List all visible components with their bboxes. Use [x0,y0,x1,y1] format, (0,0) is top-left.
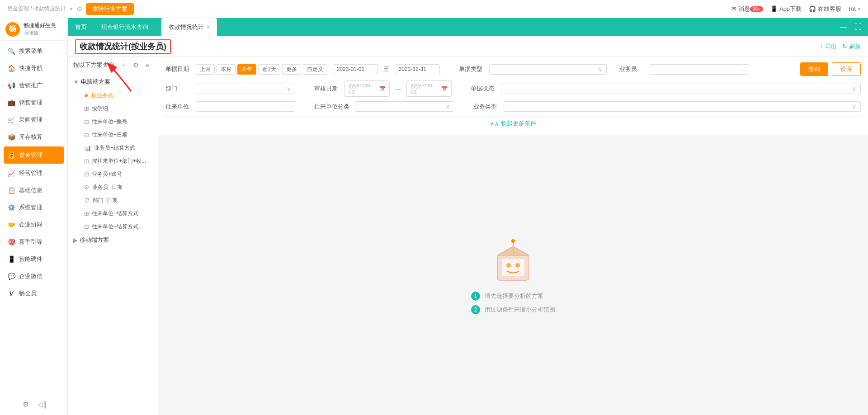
date-from-input[interactable] [333,64,378,74]
sidebar-label-guide: 新手引导 [19,238,42,246]
date-btn-this-year[interactable]: 本年 [237,64,256,75]
scheme-dept-date-icon: ⏱ [84,197,90,204]
sidebar-item-inventory[interactable]: 📦 库存核算 [0,128,67,146]
audit-date-separator: — [395,85,401,92]
wechat-icon: 💬 [7,272,15,280]
enterprise-icon: 🤝 [7,221,15,229]
tab-bar: 首页 现金银行流水查询 × 收款情况统计 × — ⛶ [68,18,868,36]
export-button[interactable]: ↑ 导出 [821,42,837,51]
export-label: 导出 [825,42,837,51]
voucher-type-select[interactable]: ∨ [489,64,607,75]
sidebar-label-wechat: 企业微信 [19,272,42,280]
svg-point-7 [511,239,515,243]
online-service-group[interactable]: 🎧 在线客服 [809,5,841,13]
tab-home[interactable]: 首页 [68,18,94,36]
scheme-detail[interactable]: ⊞ 按明细 [71,102,158,115]
sidebar-item-operations[interactable]: 📈 经营管理 [0,165,67,182]
scheme-sales-settle[interactable]: 📊 业务员+结算方式 [71,141,158,155]
partner-select[interactable]: ··· [196,101,295,112]
sidebar-item-wechat[interactable]: 💬 企业微信 [0,268,67,285]
tab-bank-close[interactable]: × [151,24,154,30]
sidebar-nav: 🔍 搜索菜单 🏠 快捷导航 📢 营销推广 💼 销售管理 🛒 采购管理 📦 [0,41,67,393]
scheme-sales-date[interactable]: ⚙ 业务员+日期 [71,181,158,194]
sidebar-item-sales[interactable]: 💼 销售管理 [0,94,67,111]
sidebar-item-guide[interactable]: 🎯 新手引导 [0,233,67,250]
scheme-sales-date-icon: ⚙ [84,184,90,191]
scheme-partner-settle2[interactable]: ⊡ 往来单位+结算方式 [71,220,158,233]
settings-icon[interactable]: ⚙ [76,5,82,13]
messages-group[interactable]: ✉ 消息 99+ [731,5,763,13]
left-panel-body: ▼ 电脑端方案 ● 按业务员 ⊞ 按明细 [68,73,158,415]
salesperson-more-btn[interactable]: ··· [740,66,745,73]
query-button[interactable]: 查询 [800,62,828,76]
tab-minimize-btn[interactable]: — [837,21,850,33]
tab-receipt[interactable]: 收款情况统计 × [161,18,217,36]
sidebar-item-enterprise[interactable]: 🤝 企业协同 [0,216,67,233]
tab-bank-label: 现金银行流水查询 [101,23,148,31]
dept-label: 部门 [165,85,190,93]
date-to-input[interactable] [395,64,440,74]
salesperson-select[interactable]: ··· [650,64,749,75]
scheme-dept-date[interactable]: ⏱ 部门+日期 [71,194,158,207]
date-btn-more[interactable]: 更多 [282,64,301,75]
date-btn-this-month[interactable]: 本月 [217,64,236,75]
dept-arrow: ∨ [287,85,291,92]
add-scheme-button[interactable]: ＋ [119,60,129,70]
scheme-settings-button[interactable]: ⚙ [131,60,141,70]
sidebar-item-marketing[interactable]: 📢 营销推广 [0,77,67,94]
audit-date-to-input[interactable]: yyyy-mm-dd 📅 [406,80,452,97]
scheme-salesperson[interactable]: ● 按业务员 [71,89,158,102]
scheme-partner-account[interactable]: ⊡ 往来单位+账号 [71,115,158,128]
trial-button[interactable]: 体验行业方案 [86,3,134,15]
sidebar-settings-btn[interactable]: ⚙ [19,397,33,411]
sidebar-item-search[interactable]: 🔍 搜索菜单 [0,42,67,60]
tab-receipt-close[interactable]: × [207,24,210,30]
sidebar-collapse-btn[interactable]: ◁∥ [35,397,49,411]
collapse-filter-button[interactable]: ∧∧ 收起更多条件 [165,116,861,130]
sidebar-label-system: 系统管理 [19,203,42,212]
date-btn-custom[interactable]: 自定义 [303,64,327,75]
desktop-schemes-header[interactable]: ▼ 电脑端方案 [68,75,158,89]
collapse-panel-button[interactable]: « [142,60,152,70]
setting-button[interactable]: 设置 [832,62,861,76]
dept-select[interactable]: ∨ [196,84,295,94]
user-name-group[interactable]: Rit ▾ [849,5,861,12]
scheme-partner-dept-collect[interactable]: ⊡ 按往来单位+部门+收... [71,155,158,168]
partner-category-select[interactable]: ∨ [355,101,454,112]
mobile-schemes-header[interactable]: ▶ 移动端方案 [68,233,158,247]
partner-more-btn[interactable]: ··· [286,103,291,110]
app-download-group[interactable]: 📱 App下载 [770,5,802,13]
audit-date-to-placeholder: yyyy-mm-dd [410,82,438,95]
tab-bank[interactable]: 现金银行流水查询 × [94,18,161,36]
dropdown-icon[interactable]: ▾ [70,5,73,12]
sidebar-label-marketing: 营销推广 [19,81,42,90]
audit-date-from-input[interactable]: yyyy-mm-dd 📅 [344,80,390,97]
biz-type-select[interactable]: ∨ [504,101,861,112]
step-1-text: 请先选择要分析的方案 [485,292,543,300]
sidebar-item-system[interactable]: ⚙️ 系统管理 [0,199,67,216]
sidebar-item-member[interactable]: V 畅会员 [0,285,67,302]
filter-area: 单据日期 上月 本月 本年 近7天 更多 自定义 至 单据类型 [158,57,868,136]
sidebar-item-purchase[interactable]: 🛒 采购管理 [0,111,67,128]
tab-maximize-btn[interactable]: ⛶ [852,21,864,33]
top-bar: 资金管理 / 收款情况统计 ▾ ⚙ 体验行业方案 ✉ 消息 99+ 📱 App下… [0,0,868,18]
date-btn-7days[interactable]: 近7天 [258,64,280,75]
scheme-partner-settle1[interactable]: ⊞ 往来单位+结算方式 [71,207,158,220]
refresh-button[interactable]: ↻ 刷新 [842,42,861,51]
logo-name: 畅捷通好生意 [24,22,56,29]
audit-calendar-to-icon[interactable]: 📅 [441,86,448,92]
date-btn-last-month[interactable]: 上月 [196,64,215,75]
audit-calendar-from-icon[interactable]: 📅 [379,86,386,92]
online-service-label: 在线客服 [818,5,841,13]
scheme-sales-account[interactable]: ⊡ 业务员+账号 [71,168,158,181]
right-panel: 单据日期 上月 本月 本年 近7天 更多 自定义 至 单据类型 [158,57,868,415]
sidebar-item-hardware[interactable]: 📱 智能硬件 [0,250,67,268]
svg-point-4 [506,263,511,268]
scheme-partner-date[interactable]: ⊡ 往来单位+日期 [71,128,158,141]
sidebar-item-nav[interactable]: 🏠 快捷导航 [0,60,67,77]
scheme-sales-date-label: 业务员+日期 [92,184,123,191]
sidebar-item-basic[interactable]: 📋 基础信息 [0,182,67,199]
scheme-sales-settle-icon: 📊 [84,145,91,151]
voucher-status-select[interactable]: ∨ [501,84,861,94]
sidebar-item-finance[interactable]: 💰 资金管理 [4,146,64,164]
